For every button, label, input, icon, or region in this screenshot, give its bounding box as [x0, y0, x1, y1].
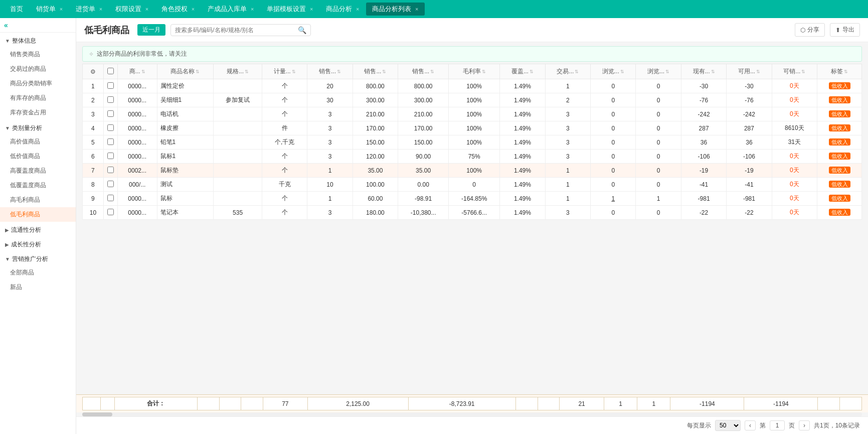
nav-roles-close[interactable]: × [192, 6, 195, 12]
sidebar-collapse-btn[interactable]: « [4, 21, 8, 29]
sidebar-section-category-title[interactable]: ▼ 类别量分析 [0, 120, 76, 134]
row-checkbox[interactable] [107, 82, 114, 89]
cell-unit: 个 [262, 206, 307, 220]
th-sales-qty[interactable]: 销售...⇅ [307, 64, 353, 79]
nav-goods-list-close[interactable]: × [415, 6, 418, 12]
nav-purchase-close[interactable]: × [99, 6, 102, 12]
row-checkbox[interactable] [107, 124, 114, 131]
nav-home[interactable]: 首页 [4, 3, 29, 16]
cell-browse1[interactable]: 1 [591, 192, 636, 206]
th-coverage[interactable]: 覆盖...⇅ [500, 64, 545, 79]
nav-goods-analysis[interactable]: 商品分析 × [320, 3, 365, 16]
row-checkbox[interactable] [107, 110, 114, 117]
notice-bar: ✧ 这部分商品的利润非常低，请关注 [82, 46, 862, 62]
nav-roles[interactable]: 角色授权 × [155, 3, 201, 16]
cell-spec [214, 192, 262, 206]
cell-checkbox[interactable] [103, 206, 117, 220]
sidebar-item-low-value[interactable]: 低价值商品 [0, 149, 76, 164]
cell-checkbox[interactable] [103, 79, 117, 93]
cell-checkbox[interactable] [103, 178, 117, 192]
row-checkbox[interactable] [107, 209, 114, 215]
sidebar-section-marketing-title[interactable]: ▼ 营销推广分析 [0, 251, 76, 265]
cell-sales-profit: 35.00 [398, 164, 449, 178]
th-browse1[interactable]: 浏览...⇅ [591, 64, 636, 79]
th-unit[interactable]: 计量...⇅ [262, 64, 307, 79]
share-button[interactable]: ⬡ 分享 [795, 23, 825, 37]
sidebar-item-high-coverage[interactable]: 高覆盖度商品 [0, 164, 76, 178]
nav-goods-analysis-list[interactable]: 商品分析列表 × [366, 3, 424, 16]
th-sales-profit[interactable]: 销售...⇅ [398, 64, 449, 79]
per-page-select[interactable]: 50 100 200 [715, 420, 741, 431]
cell-transaction: 3 [545, 121, 590, 135]
sidebar-item-all-goods[interactable]: 全部商品 [0, 265, 76, 280]
per-page-label: 每页显示 [687, 421, 711, 430]
cell-name: 铅笔1 [157, 135, 214, 150]
nav-product-inbound-close[interactable]: × [251, 6, 254, 12]
sidebar-section-growth-title[interactable]: ▶ 成长性分析 [0, 236, 76, 251]
sidebar-item-high-margin[interactable]: 高毛利商品 [0, 193, 76, 207]
sidebar-item-sales-goods[interactable]: 销售类商品 [0, 47, 76, 62]
sidebar-section-circulation-title[interactable]: ▶ 流通性分析 [0, 222, 76, 236]
th-spec[interactable]: 规格...⇅ [214, 64, 262, 79]
th-sales-price[interactable]: 销售...⇅ [353, 64, 398, 79]
sidebar-item-capital[interactable]: 库存资金占用 [0, 105, 76, 120]
sidebar-item-low-coverage[interactable]: 低覆盖度商品 [0, 178, 76, 193]
cell-checkbox[interactable] [103, 192, 117, 206]
sidebar-item-traded-goods[interactable]: 交易过的商品 [0, 62, 76, 76]
row-checkbox[interactable] [107, 181, 114, 187]
sidebar-item-stocked-goods[interactable]: 有库存的商品 [0, 91, 76, 105]
cell-current-stock: 287 [681, 121, 726, 135]
cell-checkbox[interactable] [103, 107, 117, 121]
cell-name: 测试 [157, 178, 214, 192]
th-available[interactable]: 可用...⇅ [727, 64, 772, 79]
cell-checkbox[interactable] [103, 121, 117, 135]
cell-tag: 低收入 [817, 135, 862, 150]
sidebar-item-high-value[interactable]: 高价值商品 [0, 134, 76, 149]
sidebar-item-low-margin[interactable]: 低毛利商品 [0, 207, 76, 222]
page-number[interactable]: 1 [770, 420, 785, 430]
cell-checkbox[interactable] [103, 150, 117, 164]
th-current-stock[interactable]: 现有...⇅ [681, 64, 726, 79]
table-wrapper[interactable]: ⚙ 商...⇅ 商品名称⇅ 规格...⇅ 计量...⇅ 销售...⇅ 销售...… [76, 64, 868, 394]
nav-product-inbound[interactable]: 产成品入库单 × [202, 3, 260, 16]
th-checkbox[interactable] [103, 64, 117, 79]
date-filter-button[interactable]: 近一月 [137, 24, 165, 36]
nav-purchase[interactable]: 进货单 × [70, 3, 108, 16]
horizontal-scrollbar[interactable] [82, 412, 862, 416]
th-settings[interactable]: ⚙ [83, 64, 104, 79]
th-gross-margin[interactable]: 毛利率⇅ [449, 64, 500, 79]
row-checkbox[interactable] [107, 195, 114, 201]
nav-template[interactable]: 单据模板设置 × [261, 3, 319, 16]
sidebar-section-overview-title[interactable]: ▼ 整体信息 [0, 33, 76, 47]
cell-checkbox[interactable] [103, 93, 117, 107]
nav-goods-analysis-close[interactable]: × [356, 6, 359, 12]
search-icon[interactable]: 🔍 [298, 26, 306, 34]
prev-page-button[interactable]: ‹ [745, 420, 756, 430]
th-transaction[interactable]: 交易...⇅ [545, 64, 590, 79]
th-tag[interactable]: 标签⇅ [817, 64, 862, 79]
export-button[interactable]: ⬆ 导出 [830, 23, 860, 37]
select-all-checkbox[interactable] [107, 68, 114, 74]
row-checkbox[interactable] [107, 167, 114, 173]
arrow-down-icon3: ▼ [5, 256, 10, 262]
nav-permissions-close[interactable]: × [145, 6, 148, 12]
th-name[interactable]: 商品名称⇅ [157, 64, 214, 79]
search-input[interactable] [175, 27, 296, 34]
row-checkbox[interactable] [107, 96, 114, 103]
th-browse2[interactable]: 浏览...⇅ [636, 64, 681, 79]
th-code[interactable]: 商...⇅ [117, 64, 157, 79]
row-checkbox[interactable] [107, 138, 114, 145]
sidebar-item-new-goods[interactable]: 新品 [0, 280, 76, 295]
th-sellable[interactable]: 可销...⇅ [772, 64, 817, 79]
scrollbar-thumb[interactable] [82, 412, 112, 416]
sidebar-item-category-rate[interactable]: 商品分类助销率 [0, 76, 76, 91]
next-page-button[interactable]: › [799, 420, 810, 430]
cell-checkbox[interactable] [103, 164, 117, 178]
cell-checkbox[interactable] [103, 135, 117, 150]
nav-sales[interactable]: 销货单 × [30, 3, 69, 16]
nav-sales-close[interactable]: × [60, 6, 63, 12]
nav-template-close[interactable]: × [310, 6, 313, 12]
row-checkbox[interactable] [107, 153, 114, 159]
cell-unit: 个 [262, 93, 307, 107]
nav-permissions[interactable]: 权限设置 × [109, 3, 154, 16]
